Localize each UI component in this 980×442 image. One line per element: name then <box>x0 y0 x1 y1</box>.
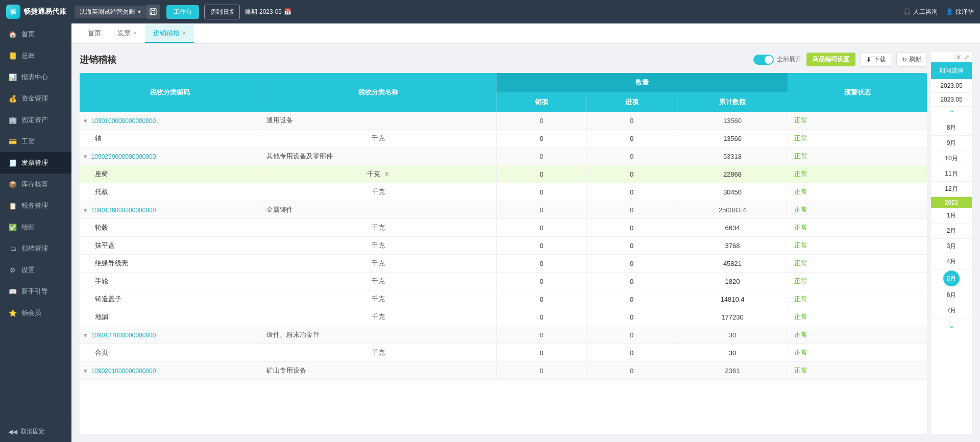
period-item-10[interactable]: 10月 <box>931 151 972 166</box>
collapse-icon[interactable]: ▾ <box>84 153 87 160</box>
panel-close-icon[interactable]: ✕ <box>955 53 962 61</box>
save-button[interactable] <box>146 5 160 19</box>
sidebar-label-archive: 归档管理 <box>21 244 48 253</box>
sidebar-item-inventory[interactable]: 📦 库存核算 <box>0 174 71 195</box>
item-name-cell: 铸造盖子 <box>80 290 260 308</box>
purchase-cell: 0 <box>586 183 677 201</box>
unit-cell: 千克 <box>260 237 497 255</box>
sidebar-label-inventory: 库存核算 <box>21 180 48 189</box>
sidebar-label-assets: 固定资产 <box>21 115 48 125</box>
year-2023[interactable]: 2023 <box>931 197 972 208</box>
sidebar-item-settlement[interactable]: ✅ 结账 <box>0 216 71 238</box>
period-item-3[interactable]: 3月 <box>931 239 972 254</box>
period-item-7[interactable]: 7月 <box>931 303 972 318</box>
sidebar-item-ledger[interactable]: 📒 总账 <box>0 45 71 66</box>
period-item-4[interactable]: 4月 <box>931 254 972 269</box>
tab-invoice[interactable]: 发票 × <box>109 24 145 43</box>
sidebar-item-member[interactable]: ⭐ 畅会员 <box>0 302 71 324</box>
company-selector[interactable]: 沈海英测试经营勿删 ▾ <box>75 6 146 18</box>
row-search-icon[interactable]: ⊕ <box>384 170 389 178</box>
period-item-9[interactable]: 9月 <box>931 136 972 151</box>
workbench-button[interactable]: 工作台 <box>166 5 199 19</box>
period-item-2023-05-2[interactable]: 2023.05 <box>931 93 972 107</box>
tax-name-cell: 通用设备 <box>260 112 497 130</box>
total-cell: 22868 <box>677 165 788 183</box>
sales-cell: 0 <box>496 219 586 237</box>
collapse-icon[interactable]: ▾ <box>84 206 87 214</box>
total-cell: 14810.4 <box>677 290 788 308</box>
sidebar-label-ledger: 总账 <box>21 51 35 60</box>
unit-cell: 千克 ⊕ <box>260 165 497 183</box>
reconcile-table: 税收分类编码 税收分类名称 数量 预警状态 销项 进项 累计数额 <box>80 73 927 380</box>
tab-home[interactable]: 首页 <box>80 24 109 43</box>
calendar-icon[interactable]: 📅 <box>284 8 291 15</box>
period-item-5-active[interactable]: 5月 <box>943 271 960 287</box>
top-right: 🎧 人工咨询 👤 徐泽华 <box>903 8 974 16</box>
period-item-2023-05-1[interactable]: 2023.05 <box>931 79 972 93</box>
tab-invoice-close[interactable]: × <box>134 30 137 36</box>
period-item-1[interactable]: 1月 <box>931 208 972 224</box>
data-table-panel: 税收分类编码 税收分类名称 数量 预警状态 销项 进项 累计数额 <box>80 73 927 434</box>
switch-version-button[interactable]: 切到旧版 <box>204 5 240 19</box>
collapse-icon[interactable]: ▾ <box>84 117 87 125</box>
help-button[interactable]: 🎧 人工咨询 <box>903 8 938 16</box>
download-icon: ⬇ <box>866 56 871 63</box>
purchase-cell: 0 <box>586 130 677 148</box>
item-name-cell: 合页 <box>80 344 260 362</box>
sidebar-item-assets[interactable]: 🏢 固定资产 <box>0 109 71 131</box>
total-cell: 2361 <box>677 362 788 380</box>
sidebar-item-funds[interactable]: 💰 资金管理 <box>0 88 71 109</box>
scroll-up-button[interactable]: ⌃ <box>931 107 972 120</box>
period-item-12[interactable]: 12月 <box>931 182 972 197</box>
sidebar-label-home: 首页 <box>21 30 35 39</box>
item-name-cell: 轮毂 <box>80 219 260 237</box>
tax-code-cell: ▾ 1090100000000000000 <box>80 112 260 130</box>
period-item-6[interactable]: 6月 <box>931 288 972 303</box>
tab-reconcile[interactable]: 进销稽核 × <box>145 24 194 43</box>
sidebar-footer[interactable]: ◀◀ 取消固定 <box>0 421 71 442</box>
sales-cell: 0 <box>496 237 586 255</box>
page-title-bar: 进销稽核 全部展开 商品编码设置 ⬇ 下载 <box>80 52 927 67</box>
item-name-cell: 抹平盘 <box>80 237 260 255</box>
item-name-cell: 座椅 <box>80 165 260 183</box>
company-name: 沈海英测试经营勿删 <box>80 8 135 16</box>
period-item-11[interactable]: 11月 <box>931 166 972 182</box>
sidebar-item-tax[interactable]: 📋 税务管理 <box>0 195 71 216</box>
period-item-2[interactable]: 2月 <box>931 224 972 239</box>
invoice-icon: 🧾 <box>8 158 17 167</box>
refresh-label: 刷新 <box>909 55 921 64</box>
user-info[interactable]: 👤 徐泽华 <box>946 8 974 16</box>
sidebar-item-settings[interactable]: ⚙ 设置 <box>0 259 71 281</box>
purchase-cell: 0 <box>586 326 677 344</box>
sidebar-item-guide[interactable]: 📖 新手引导 <box>0 281 71 302</box>
sidebar: 🏠 首页 📒 总账 📊 报表中心 💰 资金管理 🏢 固定资产 💳 工资 <box>0 23 71 442</box>
collapse-icon[interactable]: ▾ <box>84 331 87 339</box>
panel-expand-icon[interactable]: ⤢ <box>964 53 970 61</box>
th-warning: 预警状态 <box>788 73 927 112</box>
purchase-cell: 0 <box>586 273 677 290</box>
sidebar-item-archive[interactable]: 🗂 归档管理 <box>0 238 71 259</box>
tab-reconcile-close[interactable]: × <box>183 30 186 36</box>
refresh-button[interactable]: ↻ 刷新 <box>896 52 927 67</box>
expand-toggle[interactable] <box>753 55 774 65</box>
sales-cell: 0 <box>496 255 586 273</box>
sidebar-item-reports[interactable]: 📊 报表中心 <box>0 66 71 88</box>
download-button[interactable]: ⬇ 下载 <box>861 52 891 67</box>
sidebar-item-payroll[interactable]: 💳 工资 <box>0 131 71 152</box>
help-label: 人工咨询 <box>913 8 938 16</box>
status-cell: 正常 <box>788 326 927 344</box>
product-code-button[interactable]: 商品编码设置 <box>806 53 855 66</box>
scroll-down-button[interactable]: ⌄ <box>931 318 972 332</box>
tab-invoice-label: 发票 <box>117 29 131 38</box>
sidebar-label-tax: 税务管理 <box>21 201 48 210</box>
collapse-icon[interactable]: ▾ <box>84 367 87 375</box>
sidebar-item-invoice[interactable]: 🧾 发票管理 <box>0 152 71 174</box>
sidebar-item-home[interactable]: 🏠 首页 <box>0 23 71 45</box>
app-logo: 畅 畅捷通易代账 <box>6 5 66 19</box>
purchase-cell: 0 <box>586 344 677 362</box>
item-name-cell: 托板 <box>80 183 260 201</box>
period-item-8[interactable]: 8月 <box>931 120 972 136</box>
purchase-cell: 0 <box>586 148 677 165</box>
status-cell: 正常 <box>788 308 927 326</box>
unpin-label: 取消固定 <box>20 427 45 436</box>
